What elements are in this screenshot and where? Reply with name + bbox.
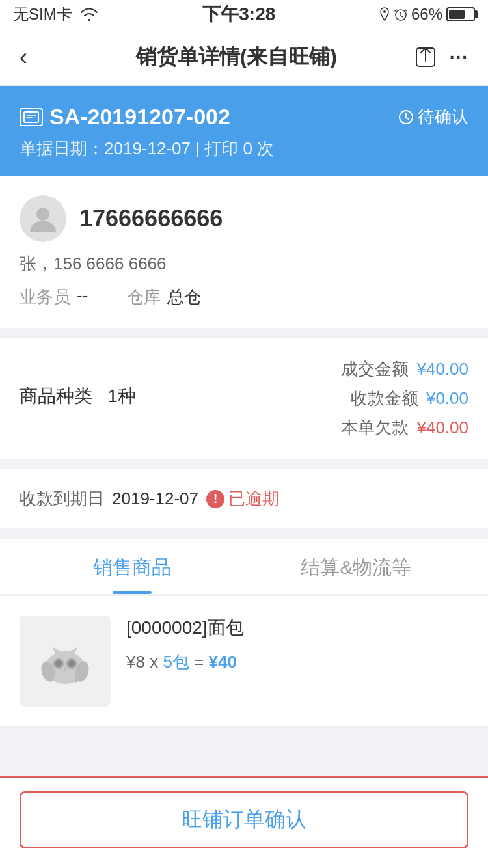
summary-card: 商品种类 1种 成交金额 ¥40.00 收款金额 ¥0.00 本单欠款 ¥40.… [0,338,488,459]
amount-value: ¥40.00 [416,359,468,379]
product-type-value: 1种 [107,386,136,406]
owed-value: ¥40.00 [416,418,468,438]
customer-phone: 17666666666 [79,205,223,232]
summary-right: 成交金额 ¥40.00 收款金额 ¥0.00 本单欠款 ¥40.00 [341,358,468,439]
carrier-text: 无SIM卡 [13,4,72,25]
customer-card: 17666666666 张，156 6666 6666 业务员 -- 仓库 总仓 [0,176,488,328]
product-name: [0000002]面包 [126,616,468,640]
nav-actions: ··· [414,46,468,68]
battery-fill [449,10,465,19]
svg-rect-3 [24,112,38,122]
svg-point-9 [55,660,62,667]
avatar [20,195,66,242]
battery-text: 66% [411,5,442,23]
summary-left: 商品种类 1种 [20,358,341,439]
svg-point-0 [383,10,386,13]
order-status: 待确认 [398,105,468,128]
due-label: 收款到期日 [20,487,104,510]
status-right: 66% [379,5,475,23]
price-separator: = [189,652,209,671]
overdue-text: 已逾期 [228,487,279,510]
product-info: [0000002]面包 ¥8 x 5包 = ¥40 [126,616,468,707]
order-date: 单据日期：2019-12-07 | 打印 0 次 [20,137,468,160]
customer-name: 张，156 6666 6666 [20,252,468,275]
product-total: ¥40 [208,652,236,671]
product-type-label: 商品种类 [20,386,92,406]
page-title: 销货单详情(来自旺铺) [59,43,414,72]
more-button[interactable]: ··· [450,47,468,68]
overdue-badge: ! 已逾期 [206,487,279,510]
tabs-container: 销售商品 结算&物流等 [0,539,488,595]
product-qty: 5包 [163,652,189,671]
location-icon [379,7,390,21]
collected-row: 收款金额 ¥0.00 [351,387,468,410]
order-id: SA-20191207-002 [20,104,230,129]
product-thumbnail: + [20,616,111,707]
order-icon [20,108,43,126]
order-header: SA-20191207-002 待确认 单据日期：2019-12-07 | 打印… [0,86,488,176]
share-icon[interactable] [414,46,437,68]
owed-label: 本单欠款 [341,416,409,439]
svg-point-5 [36,208,49,221]
order-header-top: SA-20191207-002 待确认 [20,104,468,129]
warehouse-label: 仓库 [127,286,161,308]
customer-meta: 业务员 -- 仓库 总仓 [20,286,468,308]
due-date-card: 收款到期日 2019-12-07 ! 已逾期 [0,469,488,528]
product-price: ¥8 x 5包 = ¥40 [126,651,468,673]
tab-products[interactable]: 销售商品 [20,539,244,594]
sales-rep-item: 业务员 -- [20,286,88,308]
overdue-icon: ! [206,490,224,508]
alarm-icon [394,7,407,21]
back-button[interactable]: ‹ [20,44,59,71]
confirm-order-button[interactable]: 旺铺订单确认 [20,791,468,848]
warehouse-item: 仓库 总仓 [127,286,201,308]
battery-icon [446,7,475,21]
product-card: + [0000002]面包 ¥8 x 5包 = ¥40 [0,596,488,726]
collected-value: ¥0.00 [426,388,468,409]
svg-point-10 [68,660,75,667]
owed-row: 本单欠款 ¥40.00 [341,416,468,439]
warehouse-value: 总仓 [167,286,201,308]
status-time: 下午3:28 [202,2,275,27]
amount-row: 成交金额 ¥40.00 [341,358,468,381]
wifi-icon [79,7,100,21]
sales-rep-label: 业务员 [20,286,70,308]
collected-label: 收款金额 [351,387,418,410]
price-unit: ¥8 x [126,652,163,671]
product-type-item: 商品种类 1种 [20,384,341,409]
status-left: 无SIM卡 [13,4,100,25]
due-date-value: 2019-12-07 [112,489,198,509]
status-bar: 无SIM卡 下午3:28 66% [0,0,488,29]
bottom-bar: 旺铺订单确认 [0,776,488,868]
tabs: 销售商品 结算&物流等 [0,539,488,594]
customer-top: 17666666666 [20,195,468,242]
amount-label: 成交金额 [341,358,409,381]
status-text: 待确认 [418,105,468,128]
nav-bar: ‹ 销货单详情(来自旺铺) ··· [0,29,488,86]
tab-settlement[interactable]: 结算&物流等 [244,539,468,594]
sales-rep-value: -- [77,286,88,308]
svg-text:+: + [73,673,80,686]
product-image: + [20,616,111,707]
clock-icon [398,109,414,125]
